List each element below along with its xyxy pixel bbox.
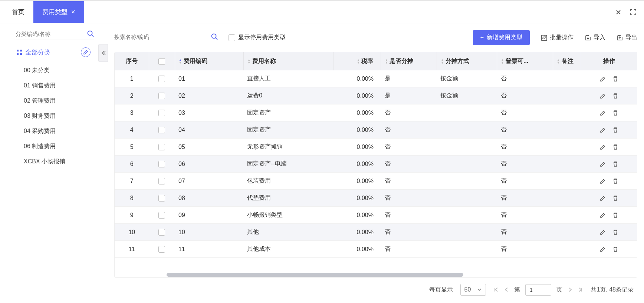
cell-checkbox[interactable] <box>149 139 175 156</box>
cell-op <box>581 241 637 258</box>
cell-checkbox[interactable] <box>149 156 175 173</box>
delete-row-button[interactable] <box>612 195 618 201</box>
search-icon[interactable] <box>87 30 94 37</box>
delete-row-button[interactable] <box>612 246 618 252</box>
sidebar-item[interactable]: XCBX 小畅报销 <box>0 154 108 169</box>
delete-row-button[interactable] <box>612 76 618 82</box>
sidebar-item[interactable]: 02 管理费用 <box>0 93 108 109</box>
page-input[interactable] <box>525 284 551 296</box>
cell-checkbox[interactable] <box>149 207 175 224</box>
cell-rate: 0.00% <box>334 87 381 104</box>
delete-row-button[interactable] <box>612 161 618 167</box>
batch-action-button[interactable]: 批量操作 <box>541 34 574 41</box>
checkbox-icon <box>158 110 165 116</box>
cell-checkbox[interactable] <box>149 190 175 207</box>
cell-checkbox[interactable] <box>149 87 175 104</box>
fullscreen-icon[interactable] <box>629 8 637 16</box>
next-page-button[interactable] <box>568 287 573 292</box>
cell-name: 固定资产 <box>243 104 334 121</box>
horizontal-scrollbar[interactable] <box>115 272 637 277</box>
edit-row-button[interactable] <box>600 246 606 252</box>
cell-seq: 10 <box>115 224 149 241</box>
show-disabled-checkbox[interactable]: 显示停用费用类型 <box>229 34 286 41</box>
table-row: 404固定资产0.00%否否 <box>115 121 637 139</box>
per-page-select[interactable]: 50 <box>460 284 486 296</box>
export-button[interactable]: 导出 <box>617 34 637 41</box>
cell-alloc: 否 <box>381 173 437 190</box>
sidebar: 全部分类 00 未分类01 销售费用02 管理费用03 财务费用04 采购费用0… <box>0 23 108 303</box>
sidebar-search-input[interactable] <box>16 31 87 37</box>
close-all-icon[interactable] <box>614 8 622 16</box>
edit-row-button[interactable] <box>600 195 606 201</box>
cell-seq: 8 <box>115 190 149 207</box>
checkbox-icon <box>158 76 165 82</box>
cell-op <box>581 207 637 224</box>
import-button[interactable]: 导入 <box>585 34 605 41</box>
sidebar-item[interactable]: 04 采购费用 <box>0 124 108 139</box>
edit-row-button[interactable] <box>600 178 606 184</box>
cell-code: 03 <box>175 104 243 121</box>
cell-checkbox[interactable] <box>149 173 175 190</box>
sidebar-item[interactable]: 00 未分类 <box>0 63 108 78</box>
delete-row-button[interactable] <box>612 127 618 133</box>
search-icon[interactable] <box>211 33 218 40</box>
cell-seq: 9 <box>115 207 149 224</box>
th-pupiao[interactable]: ▲▼普票可... <box>497 52 553 70</box>
delete-row-button[interactable] <box>612 178 618 184</box>
chevron-down-icon <box>477 287 482 292</box>
delete-row-button[interactable] <box>612 144 618 150</box>
edit-row-button[interactable] <box>600 212 606 218</box>
delete-row-button[interactable] <box>612 212 618 218</box>
cell-op <box>581 139 637 156</box>
cell-seq: 2 <box>115 87 149 104</box>
svg-point-0 <box>88 31 92 36</box>
cell-checkbox[interactable] <box>149 104 175 121</box>
th-method[interactable]: ▲▼分摊方式 <box>437 52 497 70</box>
cell-code: 10 <box>175 224 243 241</box>
cell-remark <box>553 121 581 139</box>
edit-row-button[interactable] <box>600 127 606 133</box>
search-input[interactable] <box>114 34 211 40</box>
last-page-button[interactable] <box>578 287 583 292</box>
sidebar-item[interactable]: 03 财务费用 <box>0 109 108 124</box>
edit-row-button[interactable] <box>600 161 606 167</box>
th-checkbox[interactable] <box>149 52 175 70</box>
collapse-sidebar-button[interactable] <box>98 44 108 62</box>
edit-row-button[interactable] <box>600 144 606 150</box>
th-alloc[interactable]: ▲▼是否分摊 <box>381 52 437 70</box>
th-code[interactable]: ▲▼费用编码 <box>175 52 243 70</box>
tab-expense-type[interactable]: 费用类型 × <box>33 1 84 23</box>
edit-category-button[interactable] <box>81 47 91 57</box>
sidebar-root[interactable]: 全部分类 <box>0 44 108 60</box>
delete-row-button[interactable] <box>612 110 618 116</box>
scrollbar-thumb[interactable] <box>167 273 463 277</box>
add-expense-type-button[interactable]: + 新增费用类型 <box>473 30 530 45</box>
close-icon[interactable]: × <box>71 8 75 16</box>
th-rate[interactable]: ▲▼税率 <box>334 52 381 70</box>
tab-home[interactable]: 首页 <box>3 1 33 23</box>
tab-expense-type-label: 费用类型 <box>42 8 68 16</box>
cell-remark <box>553 139 581 156</box>
prev-page-button[interactable] <box>504 287 509 292</box>
table-container: 序号 ▲▼费用编码 ▲▼费用名称 ▲▼税率 ▲▼是否分摊 ▲▼分摊方式 ▲▼普票… <box>114 52 637 278</box>
checkbox-icon <box>158 127 165 133</box>
delete-row-button[interactable] <box>612 229 618 235</box>
edit-row-button[interactable] <box>600 93 606 99</box>
plus-icon: + <box>480 34 484 41</box>
th-remark[interactable]: ▲▼备注 <box>553 52 581 70</box>
cell-checkbox[interactable] <box>149 70 175 87</box>
cell-checkbox[interactable] <box>149 224 175 241</box>
cell-rate: 0.00% <box>334 121 381 139</box>
cell-pupiao: 否 <box>497 207 553 224</box>
cell-checkbox[interactable] <box>149 241 175 258</box>
sidebar-item[interactable]: 06 制造费用 <box>0 139 108 154</box>
th-seq[interactable]: 序号 <box>115 52 149 70</box>
sidebar-item[interactable]: 01 销售费用 <box>0 78 108 93</box>
delete-row-button[interactable] <box>612 93 618 99</box>
edit-row-button[interactable] <box>600 229 606 235</box>
th-name[interactable]: ▲▼费用名称 <box>243 52 334 70</box>
first-page-button[interactable] <box>493 287 499 292</box>
cell-checkbox[interactable] <box>149 121 175 139</box>
edit-row-button[interactable] <box>600 110 606 116</box>
edit-row-button[interactable] <box>600 76 606 82</box>
